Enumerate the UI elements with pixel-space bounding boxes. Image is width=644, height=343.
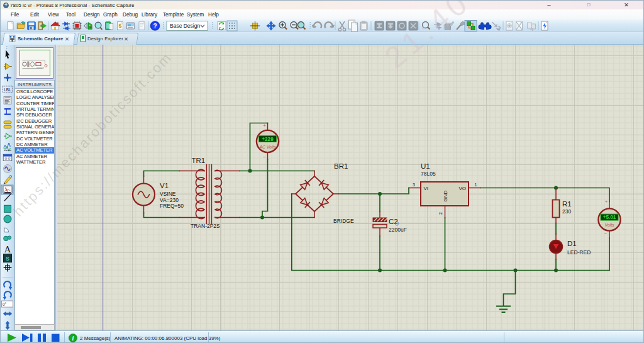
svg-text:VI: VI [424,186,429,191]
svg-text:−: − [263,154,266,160]
svg-text:?: ? [153,22,157,29]
svg-text:+229: +229 [262,137,274,142]
svg-text:i: i [72,335,74,342]
svg-text:V1: V1 [160,182,169,189]
svg-text:$: $ [118,23,121,29]
svg-text:FREQ=50: FREQ=50 [160,203,184,209]
svg-text:−: − [604,231,608,237]
svg-text:VA=230: VA=230 [160,197,179,203]
svg-text:A: A [4,244,11,254]
svg-text:TR1: TR1 [192,157,206,164]
svg-text:TRAN-2P2S: TRAN-2P2S [191,223,220,229]
svg-text:VSINE: VSINE [160,191,176,197]
svg-text:Volts: Volts [605,223,614,227]
svg-text:78L05: 78L05 [421,171,436,177]
svg-text:LED-RED: LED-RED [567,249,591,256]
svg-text:Base Design: Base Design [170,23,200,29]
svg-text:R1: R1 [562,200,572,208]
svg-text:3: 3 [413,183,415,187]
svg-text:BR1: BR1 [334,162,348,170]
svg-text:S: S [6,256,9,262]
svg-text:+: + [263,123,266,128]
svg-text:2: 2 [438,212,443,215]
svg-text:2200uF: 2200uF [389,227,407,233]
svg-text:GND: GND [443,191,448,202]
svg-text:U1: U1 [421,162,430,170]
svg-text:+5.01: +5.01 [603,215,616,220]
svg-text:0°: 0° [3,302,7,306]
svg-text:AC Volts: AC Volts [258,145,276,149]
svg-text:1: 1 [475,183,477,187]
svg-text:A: A [497,27,500,31]
svg-text:VO: VO [458,186,466,191]
svg-text:01: 01 [128,23,131,26]
svg-text:D1: D1 [567,240,577,247]
svg-text:BRIDGE: BRIDGE [333,218,354,224]
svg-text:LBL: LBL [4,87,11,92]
svg-text:230: 230 [562,208,571,215]
svg-text:+: + [605,199,608,205]
